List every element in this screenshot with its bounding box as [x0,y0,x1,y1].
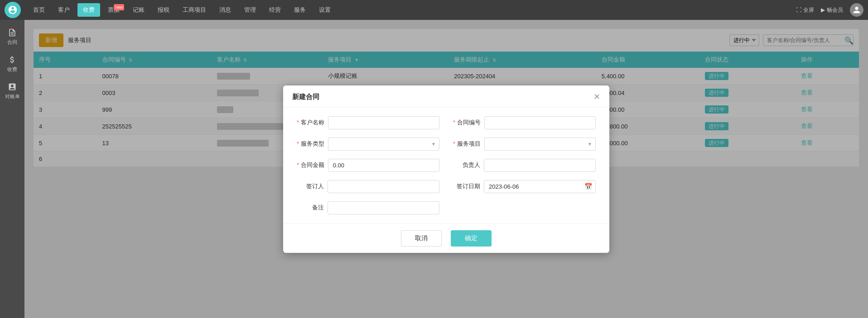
nav-item-management[interactable]: 管理 [239,3,261,17]
form-row-1: 客户名称 合同编号 [297,116,596,129]
remark-label: 备注 [297,204,324,212]
contract-no-field: 合同编号 [453,116,596,129]
cancel-button[interactable]: 取消 [401,230,442,247]
nav-item-messages[interactable]: 消息 [214,3,236,17]
service-type-select[interactable] [328,138,439,151]
modal-body: 客户名称 合同编号 服务类型 [283,107,609,223]
sidebar-item-statements[interactable]: 对账单 [1,79,24,104]
form-row-2: 服务类型 ▼ 服务项目 ▼ [297,138,596,151]
left-sidebar: 合同 收费 对账单 [0,20,24,318]
fullscreen-icon: ⛶ [796,7,801,13]
modal-title: 新建合同 [292,93,319,101]
statements-icon [8,82,17,91]
nav-item-settings[interactable]: 设置 [313,3,336,17]
signer-label: 签订人 [297,182,324,190]
service-item-select-wrapper: ▼ [484,138,596,151]
nav-item-business[interactable]: 工商项目 [177,3,212,17]
modal-overlay: 新建合同 ✕ 客户名称 合同编号 [24,20,868,318]
signer-field: 签订人 [297,180,439,193]
sidebar-item-fees[interactable]: 收费 [1,52,24,76]
contract-icon [8,28,17,37]
nav-item-bookkeeping[interactable]: 记账 [127,3,150,17]
form-row-3: 合同金额 负责人 [297,159,596,172]
modal-close-button[interactable]: ✕ [593,93,600,101]
nav-item-customer[interactable]: 客户 [53,3,75,17]
nav-item-operations[interactable]: 经营 [264,3,286,17]
contract-amount-input[interactable] [328,159,439,172]
new-badge: new [114,4,124,10]
contract-no-input[interactable] [484,116,596,129]
customer-name-input[interactable] [328,116,439,129]
top-navigation: 首页 客户 收费 票据 new 记账 报税 工商项目 消息 管理 经营 服务 设… [0,0,868,20]
nav-item-tax[interactable]: 报税 [152,3,175,17]
contract-amount-label: 合同金额 [297,161,324,169]
customer-name-label: 客户名称 [297,119,324,127]
nav-item-bills[interactable]: 票据 new [102,3,125,17]
service-item-label: 服务项目 [453,140,481,148]
form-row-4: 签订人 签订日期 📅 [297,180,596,193]
new-contract-modal: 新建合同 ✕ 客户名称 合同编号 [283,85,609,253]
sign-date-input[interactable] [484,180,596,193]
sign-date-label: 签订日期 [453,182,480,190]
sign-date-input-wrapper: 📅 [484,180,596,193]
service-type-label: 服务类型 [297,140,324,148]
modal-header: 新建合同 ✕ [283,85,609,107]
contract-amount-field: 合同金额 [297,159,439,172]
service-item-select[interactable] [484,138,596,151]
member-button[interactable]: ▶ 畅会员 [821,6,843,14]
contract-no-label: 合同编号 [453,119,481,127]
modal-footer: 取消 确定 [283,223,609,253]
nav-item-home[interactable]: 首页 [28,3,50,17]
signer-input[interactable] [328,180,439,193]
nav-item-fees[interactable]: 收费 [77,3,100,17]
responsible-label: 负责人 [453,161,480,169]
sidebar-item-contracts[interactable]: 合同 [1,24,24,49]
service-type-field: 服务类型 ▼ [297,138,439,151]
confirm-button[interactable]: 确定 [451,230,492,247]
fullscreen-button[interactable]: ⛶ 全屏 [796,6,814,14]
service-type-select-wrapper: ▼ [328,138,439,151]
app-logo[interactable] [5,2,21,18]
user-avatar[interactable] [850,3,863,17]
responsible-input[interactable] [484,159,596,172]
nav-right-area: ⛶ 全屏 ▶ 畅会员 [796,3,863,17]
remark-input[interactable] [328,201,439,214]
nav-items-container: 首页 客户 收费 票据 new 记账 报税 工商项目 消息 管理 经营 服务 设… [28,3,796,17]
responsible-field: 负责人 [453,159,596,172]
service-item-field: 服务项目 ▼ [453,138,596,151]
nav-item-services[interactable]: 服务 [289,3,311,17]
play-icon: ▶ [821,7,825,13]
fees-icon [8,55,17,64]
main-layout: 合同 收费 对账单 新增 服务项目 进行中 已完成 [0,20,868,318]
content-area: 新增 服务项目 进行中 已完成 全部 🔍 序号 合同编号 ⇅ [24,20,868,318]
customer-name-field: 客户名称 [297,116,439,129]
remark-field: 备注 [297,201,439,214]
form-row-5: 备注 [297,201,596,214]
sign-date-field: 签订日期 📅 [453,180,596,193]
